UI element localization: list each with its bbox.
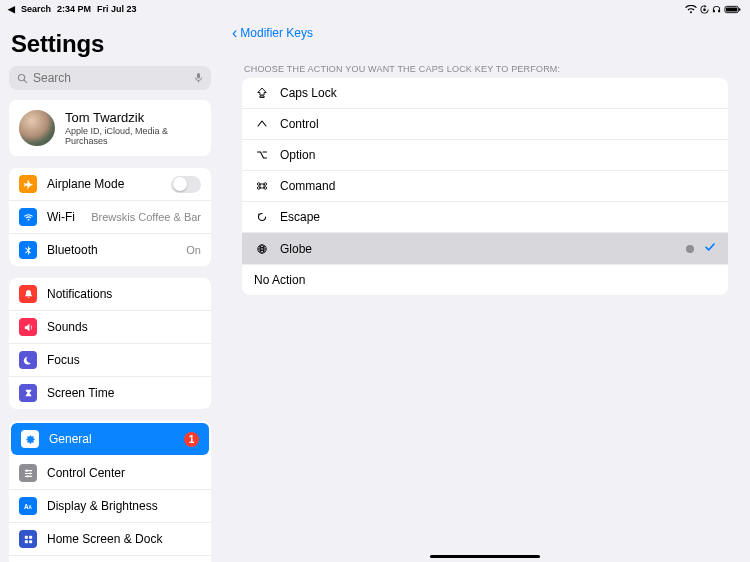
search-field[interactable] — [9, 66, 211, 90]
escape-icon — [254, 211, 270, 223]
sidebar-item-general[interactable]: General 1 — [11, 423, 209, 455]
option-label: Control — [280, 117, 716, 131]
svg-rect-16 — [24, 535, 27, 538]
svg-rect-0 — [703, 8, 705, 10]
svg-point-9 — [25, 469, 27, 471]
option-option[interactable]: Option — [242, 139, 728, 170]
option-key-icon — [254, 149, 270, 161]
svg-rect-3 — [739, 8, 740, 11]
sidebar-item-bluetooth[interactable]: Bluetooth On — [9, 233, 211, 266]
bluetooth-value: On — [186, 244, 201, 256]
grid-icon — [19, 530, 37, 548]
bell-icon — [19, 285, 37, 303]
general-badge: 1 — [184, 432, 199, 447]
apple-id-row[interactable]: Tom Twardzik Apple ID, iCloud, Media & P… — [9, 100, 211, 156]
wifi-icon — [19, 208, 37, 226]
sidebar-item-display[interactable]: AA Display & Brightness — [9, 489, 211, 522]
status-bar: ◀ Search 2:34 PM Fri Jul 23 — [0, 0, 750, 18]
chevron-left-icon: ‹ — [232, 25, 237, 41]
back-label: Modifier Keys — [240, 26, 313, 40]
headphones-icon — [712, 5, 721, 14]
mic-icon[interactable] — [194, 72, 203, 84]
avatar — [19, 110, 55, 146]
command-icon — [254, 180, 270, 192]
hourglass-icon — [19, 384, 37, 402]
svg-rect-19 — [29, 540, 32, 543]
airplane-icon — [19, 175, 37, 193]
options-list: Caps Lock Control Option Command Escape … — [242, 78, 728, 295]
orientation-lock-icon — [700, 5, 709, 14]
checkmark-icon — [704, 241, 716, 256]
sidebar-item-notifications[interactable]: Notifications — [9, 278, 211, 310]
search-input[interactable] — [33, 71, 194, 85]
sidebar-label: Display & Brightness — [47, 499, 201, 513]
sidebar-item-focus[interactable]: Focus — [9, 343, 211, 376]
home-indicator[interactable] — [430, 555, 540, 558]
status-back-chevron-icon[interactable]: ◀ — [8, 4, 15, 14]
status-back-label[interactable]: Search — [21, 4, 51, 14]
option-caps-lock[interactable]: Caps Lock — [242, 78, 728, 108]
svg-point-11 — [29, 472, 31, 474]
section-header: CHOOSE THE ACTION YOU WANT THE CAPS LOCK… — [244, 64, 738, 74]
sidebar-label: Control Center — [47, 466, 201, 480]
svg-rect-18 — [24, 540, 27, 543]
svg-text:A: A — [28, 505, 32, 510]
sidebar-label: Airplane Mode — [47, 177, 171, 191]
sidebar-label: Screen Time — [47, 386, 201, 400]
moon-icon — [19, 351, 37, 369]
sidebar-item-accessibility[interactable]: Accessibility — [9, 555, 211, 562]
sidebar-item-control-center[interactable]: Control Center — [9, 457, 211, 489]
sidebar-item-wifi[interactable]: Wi-Fi Brewskis Coffee & Bar — [9, 200, 211, 233]
option-command[interactable]: Command — [242, 170, 728, 201]
option-globe[interactable]: Globe — [242, 232, 728, 264]
bluetooth-icon — [19, 241, 37, 259]
speaker-icon — [19, 318, 37, 336]
sidebar-label: Focus — [47, 353, 201, 367]
sidebar-label: Wi-Fi — [47, 210, 91, 224]
option-label: Caps Lock — [280, 86, 716, 100]
settings-sidebar: Settings Tom Twardzik Apple ID, iCloud, … — [0, 18, 220, 562]
sidebar-label: Bluetooth — [47, 243, 186, 257]
status-dot-icon — [686, 245, 694, 253]
back-button[interactable]: ‹ Modifier Keys — [232, 25, 313, 41]
svg-rect-17 — [29, 535, 32, 538]
svg-point-13 — [26, 475, 28, 477]
sidebar-item-airplane[interactable]: Airplane Mode — [9, 168, 211, 200]
sidebar-label: General — [49, 432, 184, 446]
option-label: Command — [280, 179, 716, 193]
option-label: Option — [280, 148, 716, 162]
status-time: 2:34 PM — [57, 4, 91, 14]
globe-icon — [254, 243, 270, 255]
sidebar-label: Notifications — [47, 287, 201, 301]
option-label: No Action — [254, 273, 716, 287]
wifi-status-icon — [685, 5, 697, 14]
search-icon — [17, 73, 28, 84]
svg-rect-6 — [197, 73, 200, 79]
battery-icon — [724, 5, 742, 14]
text-size-icon: AA — [19, 497, 37, 515]
svg-line-5 — [24, 80, 26, 82]
profile-sub: Apple ID, iCloud, Media & Purchases — [65, 126, 201, 146]
sidebar-label: Sounds — [47, 320, 201, 334]
wifi-value: Brewskis Coffee & Bar — [91, 211, 201, 223]
page-title: Settings — [11, 30, 211, 58]
sliders-icon — [19, 464, 37, 482]
sidebar-label: Home Screen & Dock — [47, 532, 201, 546]
caps-lock-icon — [254, 87, 270, 99]
status-date: Fri Jul 23 — [97, 4, 137, 14]
option-label: Globe — [280, 242, 686, 256]
option-label: Escape — [280, 210, 716, 224]
svg-rect-2 — [726, 7, 737, 11]
option-escape[interactable]: Escape — [242, 201, 728, 232]
option-control[interactable]: Control — [242, 108, 728, 139]
profile-name: Tom Twardzik — [65, 110, 201, 125]
sidebar-item-sounds[interactable]: Sounds — [9, 310, 211, 343]
option-no-action[interactable]: No Action — [242, 264, 728, 295]
gear-icon — [21, 430, 39, 448]
airplane-toggle[interactable] — [171, 176, 201, 193]
sidebar-item-screentime[interactable]: Screen Time — [9, 376, 211, 409]
control-icon — [254, 118, 270, 130]
detail-pane: ‹ Modifier Keys CHOOSE THE ACTION YOU WA… — [220, 18, 750, 562]
sidebar-item-home-screen[interactable]: Home Screen & Dock — [9, 522, 211, 555]
